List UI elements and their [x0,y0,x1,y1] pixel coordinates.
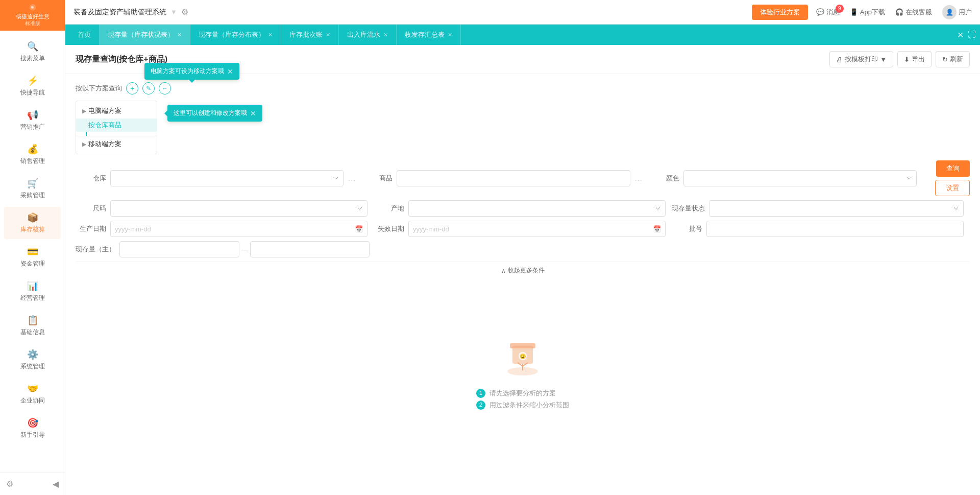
export-button[interactable]: ⬇ 导出 [897,51,932,67]
tab-inventory-dist[interactable]: 现存量（库存分布表） ✕ [190,25,281,45]
empty-tip-2: 2 用过滤条件来缩小分析范围 [476,399,569,411]
tab-fullscreen-btn[interactable]: ⛶ [968,30,976,39]
size-select[interactable] [110,200,368,217]
calendar-icon2: 📅 [653,225,661,233]
color-select[interactable] [683,170,917,186]
sidebar-item-marketing[interactable]: 📢 营销推广 [4,104,61,136]
purchase-nav-icon: 🛒 [27,178,38,189]
svg-text:畅: 畅 [31,6,34,9]
edit-tooltip: 这里可以创建和修改方案哦 ✕ [167,105,262,122]
tab-close-batch[interactable]: ✕ [326,32,330,38]
basic-nav-icon: 📋 [27,315,38,326]
service-icon: 🎧 [895,8,903,16]
app-name: 畅捷通好生意 标准版 [16,13,50,27]
empty-state: 😐 1 请先选择要分析的方案 2 用过滤条件来缩小分析范围 [65,287,980,452]
goods-more-icon[interactable]: … [634,174,643,183]
top-header-right: 体验行业方案 💬 消息 9 📱 App下载 🎧 在线客服 👤 用户 [752,5,972,20]
production-date-label: 生产日期 [76,224,106,233]
prev-scheme-btn[interactable]: ← [159,82,171,95]
scheme-tooltip: 电脑方案可设为移动方案哦 ✕ [144,63,239,80]
stock-status-select[interactable] [709,200,964,217]
industry-plan-button[interactable]: 体验行业方案 [752,5,808,20]
scheme-desktop-item[interactable]: ▶ 电脑端方案 [76,103,157,119]
sidebar-nav: 🔍 搜索菜单 ⚡ 快捷导航 📢 营销推广 💰 销售管理 🛒 采购管理 📦 库存核… [0,31,65,473]
tab-close-all-btn[interactable]: ✕ [957,30,964,40]
scheme-area: ▶ 电脑端方案 按仓库商品 ▶ 移动端方案 [76,101,970,154]
sidebar-item-sales[interactable]: 💰 销售管理 [4,138,61,171]
sidebar-item-search[interactable]: 🔍 搜索菜单 [4,36,61,68]
production-date-input[interactable]: yyyy-mm-dd 📅 [110,221,368,237]
sidebar-item-coop[interactable]: 🤝 企业协同 [4,378,61,410]
set-button[interactable]: 设置 [935,180,970,196]
stock-main-range: — [119,241,370,257]
origin-field: 产地 [374,200,666,217]
scheme-desktop-sub-item[interactable]: 按仓库商品 [76,119,157,132]
tab-close-inventory-dist[interactable]: ✕ [268,32,273,38]
tooltip2-close[interactable]: ✕ [250,109,256,117]
tip-num-1: 1 [476,389,485,398]
tab-close-inventory-status[interactable]: ✕ [177,32,182,38]
filter-actions: 查询 设置 [935,160,970,196]
batch-input[interactable] [706,221,964,237]
svg-rect-4 [510,343,535,348]
tab-bar-right: ✕ ⛶ [957,30,976,40]
tab-summary[interactable]: 收发存汇总表 ✕ [397,25,461,45]
phone-icon: 📱 [850,8,858,16]
settings-icon[interactable]: ⚙ [181,7,188,17]
app-download-item[interactable]: 📱 App下载 [850,8,885,17]
page-content: 现存量查询(按仓库+商品) 🖨 按模板打印 ▼ ⬇ 导出 ↻ 刷新 [65,45,980,495]
settings-bottom-btn[interactable]: ⚙ [6,479,13,489]
warehouse-more-icon[interactable]: … [348,174,356,183]
filter-row-3: 生产日期 yyyy-mm-dd 📅 失效日期 yyyy-mm-dd 📅 [76,221,970,237]
scheme-mobile-item[interactable]: ▶ 移动端方案 [76,136,157,152]
stock-main-max[interactable] [250,241,370,257]
goods-input[interactable] [397,170,630,186]
empty-tip-1: 1 请先选择要分析的方案 [476,387,569,399]
finance-nav-icon: 💳 [27,246,38,257]
system-title: 装备及固定资产辅助管理系统 [74,8,166,17]
logo-icon: 畅 [23,4,42,11]
sidebar-item-purchase[interactable]: 🛒 采购管理 [4,173,61,205]
top-header-left: 装备及固定资产辅助管理系统 ▼ ⚙ [74,7,188,17]
origin-select[interactable] [408,200,666,217]
add-scheme-btn[interactable]: + [126,82,138,95]
message-icon-item[interactable]: 💬 消息 9 [816,8,840,17]
app-logo: 畅 畅捷通好生意 标准版 [0,0,65,31]
sidebar-item-basic[interactable]: 📋 基础信息 [4,310,61,342]
collapse-sidebar-btn[interactable]: ◀ [53,479,59,489]
sidebar-item-system[interactable]: ⚙️ 系统管理 [4,344,61,376]
expiry-date-input[interactable]: yyyy-mm-dd 📅 [408,221,666,237]
sidebar-item-quick[interactable]: ⚡ 快捷导航 [4,70,61,102]
sidebar-item-inventory[interactable]: 📦 库存核算 [4,207,61,239]
empty-tips: 1 请先选择要分析的方案 2 用过滤条件来缩小分析范围 [476,387,569,411]
tooltip1-close[interactable]: ✕ [227,67,233,76]
tab-inout[interactable]: 出入库流水 ✕ [339,25,397,45]
user-item[interactable]: 👤 用户 [942,5,972,19]
sidebar-item-guide[interactable]: 🎯 新手引导 [4,412,61,444]
edit-scheme-btn[interactable]: ✎ [142,82,155,95]
refresh-button[interactable]: ↻ 刷新 [936,51,970,67]
query-button[interactable]: 查询 [936,160,970,177]
expiry-date-label: 失效日期 [374,224,404,233]
collapse-bar[interactable]: ∧ 收起更多条件 [76,262,970,279]
sidebar-item-operation[interactable]: 📊 经营管理 [4,275,61,308]
guide-nav-icon: 🎯 [27,417,38,429]
tab-close-inout[interactable]: ✕ [383,32,388,38]
tab-home[interactable]: 首页 [69,25,100,45]
warehouse-label: 仓库 [76,174,106,183]
sidebar-item-finance[interactable]: 💳 资金管理 [4,241,61,273]
stock-main-min[interactable] [119,241,239,257]
quick-nav-icon: ⚡ [27,75,38,86]
page-header-actions: 🖨 按模板打印 ▼ ⬇ 导出 ↻ 刷新 [829,51,970,67]
connector [76,132,157,136]
tab-bar: 首页 现存量（库存状况表） ✕ 现存量（库存分布表） ✕ 库存批次账 ✕ 出入库… [65,25,980,45]
print-button[interactable]: 🖨 按模板打印 ▼ [829,51,893,67]
system-title-dropdown[interactable]: ▼ [170,8,177,16]
tab-close-summary[interactable]: ✕ [448,32,452,38]
tab-inventory-status[interactable]: 现存量（库存状况表） ✕ [100,25,190,45]
header-icons: 💬 消息 9 📱 App下载 🎧 在线客服 👤 用户 [816,5,972,19]
expand-icon: ▶ [82,108,86,114]
warehouse-select[interactable] [110,170,344,186]
online-service-item[interactable]: 🎧 在线客服 [895,8,932,17]
tab-batch[interactable]: 库存批次账 ✕ [281,25,339,45]
